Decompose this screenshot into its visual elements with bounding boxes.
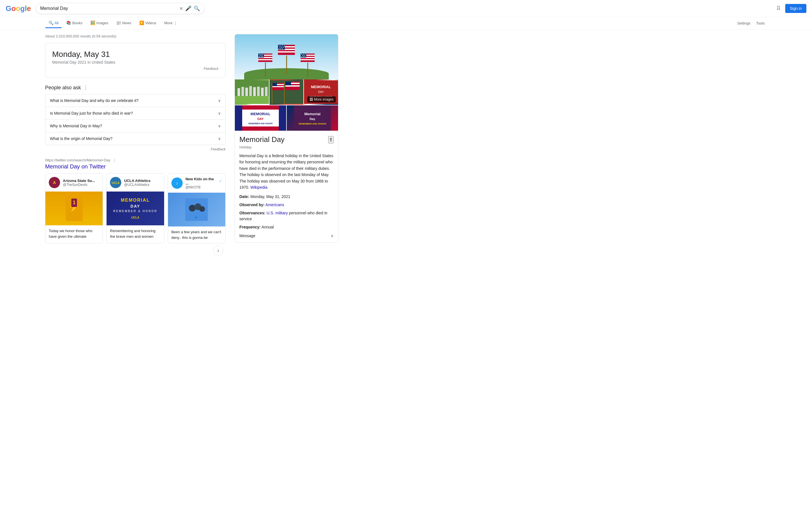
tweet-image-1: ⚡ 1 xyxy=(45,191,103,225)
svg-point-52 xyxy=(304,55,305,56)
tweet-next-button[interactable]: › xyxy=(213,245,223,256)
more-images-button[interactable]: 🖼 More images xyxy=(307,96,336,103)
svg-rect-85 xyxy=(242,126,279,131)
image-grid: MEMORIAL DAY REMEMBER & HONOR 🖼 More ima… xyxy=(235,79,338,131)
kp-more-section[interactable]: Message ∨ xyxy=(239,233,334,238)
tools-button[interactable]: Tools xyxy=(754,19,767,27)
nav-item-news[interactable]: 📰 News xyxy=(113,18,135,28)
tweet-user-info-2: UCLA Athletics @UCLAAthletics xyxy=(124,179,151,187)
svg-point-37 xyxy=(280,47,281,48)
feedback-link-2[interactable]: Feedback xyxy=(45,147,225,151)
settings-button[interactable]: Settings xyxy=(735,19,753,27)
search-nav: 🔍 All 📚 Books 🖼️ Images 📰 News ▶️ Videos… xyxy=(0,17,812,30)
clear-button[interactable]: ✕ xyxy=(179,6,183,11)
paa-menu-icon[interactable]: ⋮ xyxy=(83,84,88,91)
svg-point-33 xyxy=(279,46,280,47)
source-menu-icon[interactable]: ⋮ xyxy=(113,158,116,162)
feedback-link-1[interactable]: Feedback xyxy=(52,67,218,71)
nav-item-all[interactable]: 🔍 All xyxy=(45,18,62,28)
header: Google Memorial Day ✕ 🎤 🔍 ⠿ Sign in xyxy=(0,0,812,17)
svg-point-27 xyxy=(262,56,263,57)
tweet-card-3: ♪ New Kids on the ... ✓ @NKOTB xyxy=(168,173,225,243)
chevron-down-icon: ∨ xyxy=(218,124,221,128)
svg-rect-18 xyxy=(258,59,272,60)
svg-rect-31 xyxy=(278,51,295,53)
apps-icon[interactable]: ⠿ xyxy=(776,5,781,12)
paa-item-3[interactable]: Why is Memorial Day in May? ∨ xyxy=(45,119,225,132)
chevron-down-icon: ∨ xyxy=(218,98,221,103)
date-heading: Monday, May 31 xyxy=(52,50,218,59)
mic-button[interactable]: 🎤 xyxy=(185,5,192,11)
nav-item-images[interactable]: 🖼️ Images xyxy=(87,18,112,28)
image-flags[interactable] xyxy=(269,79,304,105)
kp-description: Memorial Day is a federal holiday in the… xyxy=(239,153,334,190)
tweet-user-info-1: Arizona State Su... @TheSunDevils xyxy=(63,179,95,187)
header-right: ⠿ Sign in xyxy=(776,4,806,13)
svg-rect-62 xyxy=(253,87,256,96)
svg-point-41 xyxy=(281,48,282,49)
kp-chevron-icon: ∨ xyxy=(331,233,334,238)
flag-pole-right xyxy=(301,54,315,76)
paa-item-1[interactable]: What is Memorial Day and why do we celeb… xyxy=(45,94,225,107)
results-count: About 2,010,000,000 results (0.59 second… xyxy=(45,34,225,38)
nav-item-more[interactable]: More ⋮ xyxy=(161,18,181,28)
flag-pole-left xyxy=(258,54,272,76)
tweet-image-2: MEMORIAL DAY REMEMBER & HONOR UCLA xyxy=(107,191,164,225)
paa-item-2[interactable]: Is Memorial Day just for those who died … xyxy=(45,107,225,119)
tweet-header-3: ♪ New Kids on the ... ✓ @NKOTB xyxy=(168,173,225,193)
svg-text:Day: Day xyxy=(310,117,315,121)
svg-point-22 xyxy=(262,54,263,55)
kp-share-button[interactable]: ⬆ xyxy=(328,136,334,144)
main-content: About 2,010,000,000 results (0.59 second… xyxy=(0,30,812,269)
svg-text:1: 1 xyxy=(73,200,75,205)
twitter-section-title[interactable]: Memorial Day on Twitter xyxy=(45,163,225,170)
kp-field-observances: Observances: U.S. military personnel who… xyxy=(239,210,334,222)
image-memorial-text-2[interactable]: MEMORIAL DAY REMEMBER AND HONOR xyxy=(235,105,286,131)
nav-item-books[interactable]: 📚 Books xyxy=(63,18,86,28)
tweet-card-1: A Arizona State Su... @TheSunDevils ⚡ xyxy=(45,173,103,243)
svg-rect-74 xyxy=(285,82,291,86)
svg-text:A: A xyxy=(53,180,56,185)
svg-text:REMEMBER AND HONOR: REMEMBER AND HONOR xyxy=(299,122,326,125)
svg-text:♪: ♪ xyxy=(176,181,178,185)
svg-point-21 xyxy=(261,54,262,55)
tweet-text-3: Been a few years and we can't deny.. thi… xyxy=(168,226,225,243)
sign-in-button[interactable]: Sign in xyxy=(785,4,806,13)
tweet-user-info-3: New Kids on the ... ✓ @NKOTB xyxy=(186,177,222,189)
svg-text:REMEMBER AND HONOR: REMEMBER AND HONOR xyxy=(248,122,273,124)
svg-text:DAY: DAY xyxy=(257,117,264,121)
search-bar-wrapper: Memorial Day ✕ 🎤 🔍 xyxy=(36,3,205,14)
observed-by-link[interactable]: Americans xyxy=(266,203,284,207)
image-memorial-flag-wave[interactable]: Memorial Day REMEMBER AND HONOR xyxy=(287,105,338,131)
nav-item-videos[interactable]: ▶️ Videos xyxy=(136,18,160,28)
svg-point-23 xyxy=(260,55,261,56)
wikipedia-link[interactable]: Wikipedia xyxy=(250,185,267,189)
svg-rect-57 xyxy=(235,96,269,104)
svg-text:👥: 👥 xyxy=(195,216,198,219)
image-memorial-text-1[interactable]: MEMORIAL DAY REMEMBER & HONOR 🖼 More ima… xyxy=(304,79,338,105)
svg-point-11 xyxy=(189,205,196,212)
svg-point-49 xyxy=(303,54,304,55)
image-cemetery[interactable] xyxy=(235,79,269,105)
svg-rect-64 xyxy=(261,88,264,96)
search-input[interactable]: Memorial Day xyxy=(40,6,177,11)
all-icon: 🔍 xyxy=(49,20,53,25)
search-button[interactable]: 🔍 xyxy=(194,5,200,11)
svg-point-13 xyxy=(199,206,205,212)
svg-point-55 xyxy=(305,56,306,57)
right-column: MEMORIAL DAY REMEMBER & HONOR 🖼 More ima… xyxy=(235,34,338,265)
paa-item-4[interactable]: What is the origin of Memorial Day? ∨ xyxy=(45,132,225,145)
observances-link[interactable]: U.S. military xyxy=(267,211,288,215)
svg-point-48 xyxy=(301,54,302,55)
kp-field-frequency: Frequency: Annual xyxy=(239,224,334,230)
videos-icon: ▶️ xyxy=(139,20,144,25)
svg-point-51 xyxy=(302,55,303,56)
svg-rect-69 xyxy=(272,86,284,87)
svg-text:DAY: DAY xyxy=(318,91,324,94)
flags-area xyxy=(258,45,315,76)
svg-point-35 xyxy=(282,46,283,47)
paa-header: People also ask ⋮ xyxy=(45,84,225,91)
svg-point-54 xyxy=(303,56,304,57)
more-chevron-icon: ⋮ xyxy=(174,21,177,25)
images-icon: 🖼️ xyxy=(91,20,95,25)
